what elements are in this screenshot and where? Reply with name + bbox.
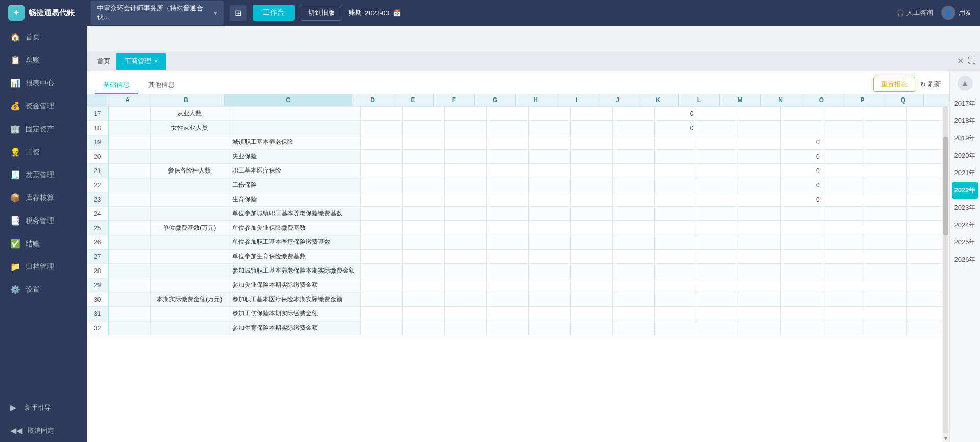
year-item-2023[interactable]: 2023年 — [952, 200, 978, 216]
cell-29-L[interactable] — [697, 278, 739, 292]
cell-30-B[interactable]: 本期实际缴费金额(万元) — [150, 292, 229, 307]
cell-32-H[interactable] — [529, 321, 571, 335]
cell-18-E[interactable] — [402, 121, 444, 135]
cell-31-E[interactable] — [402, 307, 444, 321]
cell-31-P[interactable] — [865, 307, 907, 321]
cell-25-M[interactable] — [739, 221, 780, 235]
year-item-2022[interactable]: 2022年 — [952, 182, 978, 199]
cell-28-A[interactable] — [108, 264, 150, 278]
cell-20-A[interactable] — [108, 150, 150, 164]
cell-21-F[interactable] — [445, 164, 486, 178]
cell-17-A[interactable] — [108, 107, 150, 121]
cell-27-G[interactable] — [486, 250, 528, 264]
cell-28-C[interactable]: 参加城镇职工基本养老保险本期实际缴费金额 — [229, 264, 360, 278]
cell-27-B[interactable] — [150, 250, 229, 264]
cell-18-F[interactable] — [445, 121, 486, 135]
cell-29-A[interactable] — [108, 278, 150, 292]
cell-24-A[interactable] — [108, 207, 150, 221]
cell-24-O[interactable] — [823, 207, 865, 221]
cell-22-B[interactable] — [150, 178, 229, 192]
sidebar-item-archive[interactable]: 📁 归档管理 — [0, 255, 87, 278]
cell-17-H[interactable] — [529, 107, 571, 121]
sidebar-item-assets[interactable]: 🏢 固定资产 — [0, 117, 87, 140]
cell-20-O[interactable] — [823, 150, 865, 164]
cell-29-H[interactable] — [529, 278, 571, 292]
cell-17-N[interactable] — [781, 107, 823, 121]
cell-24-K[interactable] — [655, 207, 697, 221]
cell-25-B[interactable]: 单位缴费基数(万元) — [150, 221, 229, 235]
cell-19-L[interactable] — [697, 135, 739, 150]
cell-20-L[interactable] — [697, 150, 739, 164]
cell-28-O[interactable] — [823, 264, 865, 278]
cell-25-H[interactable] — [529, 221, 571, 235]
cell-29-F[interactable] — [445, 278, 486, 292]
cell-23-E[interactable] — [402, 192, 444, 207]
cell-22-F[interactable] — [445, 178, 486, 192]
cell-27-A[interactable] — [108, 250, 150, 264]
year-item-2018[interactable]: 2018年 — [952, 113, 978, 129]
cell-32-I[interactable] — [571, 321, 612, 335]
cell-27-I[interactable] — [571, 250, 612, 264]
cell-26-L[interactable] — [697, 235, 739, 250]
cell-18-G[interactable] — [486, 121, 528, 135]
cell-19-H[interactable] — [529, 135, 571, 150]
cell-21-D[interactable] — [360, 164, 402, 178]
cell-22-K[interactable] — [655, 178, 697, 192]
cell-22-O[interactable] — [823, 178, 865, 192]
cell-28-M[interactable] — [739, 264, 780, 278]
cell-18-P[interactable] — [865, 121, 907, 135]
cell-22-G[interactable] — [486, 178, 528, 192]
cell-25-L[interactable] — [697, 221, 739, 235]
cell-23-A[interactable] — [108, 192, 150, 207]
cell-21-L[interactable] — [697, 164, 739, 178]
cell-17-O[interactable] — [823, 107, 865, 121]
cell-18-D[interactable] — [360, 121, 402, 135]
cell-32-O[interactable] — [823, 321, 865, 335]
cell-20-N[interactable]: 0 — [781, 150, 823, 164]
cell-25-D[interactable] — [360, 221, 402, 235]
cell-27-K[interactable] — [655, 250, 697, 264]
cell-26-J[interactable] — [612, 235, 654, 250]
calendar-icon[interactable]: 📅 — [393, 9, 401, 17]
year-item-2026[interactable]: 2026年 — [952, 252, 978, 268]
cell-17-P[interactable] — [865, 107, 907, 121]
cell-30-G[interactable] — [486, 292, 528, 307]
cell-32-G[interactable] — [486, 321, 528, 335]
cell-28-F[interactable] — [445, 264, 486, 278]
cell-17-L[interactable] — [697, 107, 739, 121]
cell-26-A[interactable] — [108, 235, 150, 250]
cell-32-P[interactable] — [865, 321, 907, 335]
cell-26-B[interactable] — [150, 235, 229, 250]
cell-32-C[interactable]: 参加生育保险本期实际缴费金额 — [229, 321, 360, 335]
reset-report-button[interactable]: 重置报表 — [873, 77, 915, 92]
cell-24-G[interactable] — [486, 207, 528, 221]
cell-18-L[interactable] — [697, 121, 739, 135]
sidebar-item-invoices[interactable]: 🧾 发票管理 — [0, 163, 87, 186]
cell-27-E[interactable] — [402, 250, 444, 264]
cell-24-N[interactable] — [781, 207, 823, 221]
cell-30-N[interactable] — [781, 292, 823, 307]
cell-25-P[interactable] — [865, 221, 907, 235]
cell-32-A[interactable] — [108, 321, 150, 335]
year-item-2021[interactable]: 2021年 — [952, 165, 978, 181]
cell-17-B[interactable]: 从业人数 — [150, 107, 229, 121]
cell-31-L[interactable] — [697, 307, 739, 321]
sidebar-item-guide[interactable]: ▶ 新手引导 — [0, 396, 87, 419]
tab-business-management[interactable]: 工商管理 × — [116, 53, 166, 70]
cell-29-M[interactable] — [739, 278, 780, 292]
cell-23-O[interactable] — [823, 192, 865, 207]
cell-32-M[interactable] — [739, 321, 780, 335]
old-version-button[interactable]: 切到旧版 — [301, 5, 342, 21]
cell-18-B[interactable]: 女性从业人员 — [150, 121, 229, 135]
sidebar-item-closing[interactable]: ✅ 结账 — [0, 232, 87, 255]
cell-28-D[interactable] — [360, 264, 402, 278]
cell-19-D[interactable] — [360, 135, 402, 150]
cell-29-G[interactable] — [486, 278, 528, 292]
cell-21-M[interactable] — [739, 164, 780, 178]
cell-28-B[interactable] — [150, 264, 229, 278]
cell-24-D[interactable] — [360, 207, 402, 221]
cell-27-F[interactable] — [445, 250, 486, 264]
cell-25-G[interactable] — [486, 221, 528, 235]
cell-26-E[interactable] — [402, 235, 444, 250]
cell-31-M[interactable] — [739, 307, 780, 321]
